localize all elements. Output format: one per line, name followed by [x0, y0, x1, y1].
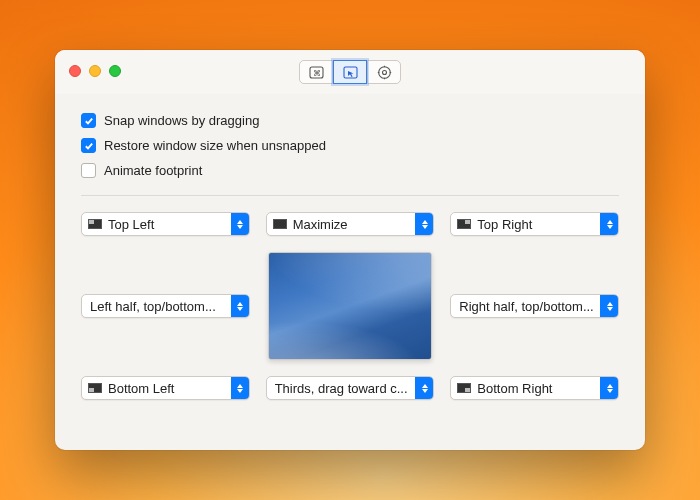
preferences-window: ⌘ Snap windows by dragging Restore windo… — [55, 50, 645, 450]
cursor-window-icon — [343, 66, 358, 79]
svg-point-4 — [382, 70, 386, 74]
zoom-window-button[interactable] — [109, 65, 121, 77]
stepper-icon — [600, 377, 618, 399]
bottom-left-icon — [88, 383, 102, 393]
bottom-left-popup[interactable]: Bottom Left — [81, 376, 250, 400]
minimize-window-button[interactable] — [89, 65, 101, 77]
bottom-right-popup[interactable]: Bottom Right — [450, 376, 619, 400]
svg-point-3 — [378, 66, 390, 78]
left-popup[interactable]: Left half, top/bottom... — [81, 294, 250, 318]
stepper-icon — [231, 377, 249, 399]
top-left-icon — [88, 219, 102, 229]
bottom-popup[interactable]: Thirds, drag toward c... — [266, 376, 435, 400]
restore-size-checkbox[interactable] — [81, 138, 96, 153]
svg-text:⌘: ⌘ — [312, 68, 320, 77]
top-popup[interactable]: Maximize — [266, 212, 435, 236]
bottom-left-label: Bottom Left — [108, 381, 231, 396]
snapping-tab[interactable] — [333, 60, 367, 84]
snap-position-grid: Top Left Maximize Top Right Left half, t… — [81, 212, 619, 400]
stepper-icon — [600, 295, 618, 317]
top-left-popup[interactable]: Top Left — [81, 212, 250, 236]
right-label: Right half, top/bottom... — [451, 299, 600, 314]
stepper-icon — [415, 377, 433, 399]
command-icon: ⌘ — [309, 66, 324, 79]
stepper-icon — [231, 295, 249, 317]
window-controls — [69, 65, 121, 77]
snap-by-dragging-row[interactable]: Snap windows by dragging — [81, 108, 619, 133]
stepper-icon — [600, 213, 618, 235]
divider — [81, 195, 619, 196]
animate-footprint-label: Animate footprint — [104, 163, 202, 178]
top-label: Maximize — [293, 217, 416, 232]
top-right-popup[interactable]: Top Right — [450, 212, 619, 236]
stepper-icon — [415, 213, 433, 235]
snap-by-dragging-label: Snap windows by dragging — [104, 113, 259, 128]
close-window-button[interactable] — [69, 65, 81, 77]
bottom-label: Thirds, drag toward c... — [267, 381, 416, 396]
animate-footprint-row[interactable]: Animate footprint — [81, 158, 619, 183]
snap-by-dragging-checkbox[interactable] — [81, 113, 96, 128]
animate-footprint-checkbox[interactable] — [81, 163, 96, 178]
shortcuts-tab[interactable]: ⌘ — [299, 60, 333, 84]
right-popup[interactable]: Right half, top/bottom... — [450, 294, 619, 318]
settings-tab[interactable] — [367, 60, 401, 84]
gear-icon — [377, 65, 392, 80]
toolbar-tabs: ⌘ — [299, 60, 401, 84]
content-area: Snap windows by dragging Restore window … — [55, 94, 645, 450]
top-left-label: Top Left — [108, 217, 231, 232]
bottom-right-icon — [457, 383, 471, 393]
titlebar: ⌘ — [55, 50, 645, 94]
desktop-preview — [268, 252, 432, 360]
maximize-icon — [273, 219, 287, 229]
restore-size-row[interactable]: Restore window size when unsnapped — [81, 133, 619, 158]
left-label: Left half, top/bottom... — [82, 299, 231, 314]
top-right-icon — [457, 219, 471, 229]
stepper-icon — [231, 213, 249, 235]
bottom-right-label: Bottom Right — [477, 381, 600, 396]
restore-size-label: Restore window size when unsnapped — [104, 138, 326, 153]
top-right-label: Top Right — [477, 217, 600, 232]
